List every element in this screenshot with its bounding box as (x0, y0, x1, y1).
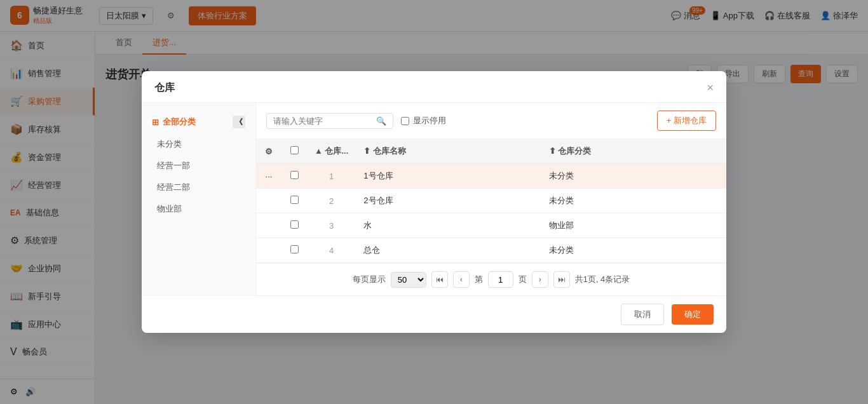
dialog-close-button[interactable]: × (707, 81, 714, 95)
dialog-overlay: 仓库 × ⊞ 全部分类 《 未分类 经营一部 (0, 0, 868, 404)
dialog-body: ⊞ 全部分类 《 未分类 经营一部 经营二部 物业部 (142, 103, 726, 295)
row-category-1: 未分类 (541, 189, 726, 213)
table-row[interactable]: 3 水 物业部 (256, 213, 726, 238)
search-input[interactable] (273, 116, 372, 126)
row-check-0[interactable] (281, 164, 307, 189)
dialog-footer: 取消 确定 (142, 295, 726, 333)
row-num-3: 4 (307, 238, 356, 263)
category-item-ops2[interactable]: 经营二部 (142, 177, 255, 198)
row-checkbox-1[interactable] (290, 196, 299, 204)
per-page-select[interactable]: 50 100 200 (391, 272, 426, 288)
row-check-3[interactable] (281, 238, 307, 263)
row-checkbox-0[interactable] (290, 171, 299, 179)
row-name-3: 总仓 (356, 238, 541, 263)
table-row[interactable]: 4 总仓 未分类 (256, 238, 726, 263)
dialog-header: 仓库 × (142, 71, 726, 103)
confirm-button[interactable]: 确定 (672, 304, 714, 325)
show-disabled-checkbox[interactable] (401, 117, 409, 125)
page-suffix: 页 (519, 274, 527, 285)
page-prefix: 第 (475, 274, 483, 285)
per-page-label: 每页显示 (353, 274, 386, 285)
row-check-2[interactable] (281, 213, 307, 238)
col-header-category: ⬆ 仓库分类 (541, 139, 726, 164)
row-num-1: 2 (307, 189, 356, 213)
content-panel: 🔍 显示停用 + 新增仓库 ⚙ (256, 103, 726, 295)
panel-toolbar: 🔍 显示停用 + 新增仓库 (256, 103, 726, 139)
warehouse-table: ⚙ ▲ 仓库... ⬆ 仓库名称 (256, 139, 726, 263)
add-warehouse-button[interactable]: + 新增仓库 (657, 111, 716, 131)
row-gear-1 (256, 189, 281, 213)
row-category-2: 物业部 (541, 213, 726, 238)
table-row[interactable]: ··· 1 1号仓库 未分类 (256, 164, 726, 189)
row-name-2: 水 (356, 213, 541, 238)
pagination: 每页显示 50 100 200 ⏮ ‹ 第 页 › ⏭ 共1页, 4条记录 (256, 263, 726, 295)
row-num-2: 3 (307, 213, 356, 238)
category-item-ops1[interactable]: 经营一部 (142, 155, 255, 177)
row-category-3: 未分类 (541, 238, 726, 263)
show-disabled-label: 显示停用 (413, 115, 446, 126)
dialog-title: 仓库 (154, 81, 175, 95)
row-checkbox-3[interactable] (290, 245, 299, 253)
col-header-gear: ⚙ (256, 139, 281, 164)
category-item-property[interactable]: 物业部 (142, 198, 255, 220)
page-number-input[interactable] (488, 271, 513, 288)
row-name-1: 2号仓库 (356, 189, 541, 213)
search-box: 🔍 (266, 113, 393, 129)
category-panel: ⊞ 全部分类 《 未分类 经营一部 经营二部 物业部 (142, 103, 256, 295)
row-checkbox-2[interactable] (290, 220, 299, 229)
row-num-0: 1 (307, 164, 356, 189)
category-all-label: ⊞ 全部分类 (152, 116, 196, 128)
row-name-0: 1号仓库 (356, 164, 541, 189)
first-page-button[interactable]: ⏮ (431, 271, 448, 288)
collapse-button[interactable]: 《 (233, 116, 245, 128)
grid-icon: ⊞ (152, 118, 159, 127)
col-header-code: ▲ 仓库... (307, 139, 356, 164)
col-header-name: ⬆ 仓库名称 (356, 139, 541, 164)
prev-page-button[interactable]: ‹ (453, 271, 470, 288)
category-all-header[interactable]: ⊞ 全部分类 《 (142, 111, 255, 133)
search-icon[interactable]: 🔍 (376, 116, 386, 126)
row-gear-0: ··· (256, 164, 281, 189)
row-check-1[interactable] (281, 189, 307, 213)
col-header-check (281, 139, 307, 164)
row-gear-2 (256, 213, 281, 238)
next-page-button[interactable]: › (532, 271, 548, 288)
row-category-0: 未分类 (541, 164, 726, 189)
last-page-button[interactable]: ⏭ (553, 271, 570, 288)
total-info: 共1页, 4条记录 (575, 274, 630, 285)
cancel-button[interactable]: 取消 (621, 304, 664, 325)
row-gear-3 (256, 238, 281, 263)
select-all-checkbox[interactable] (290, 146, 299, 154)
warehouse-dialog: 仓库 × ⊞ 全部分类 《 未分类 经营一部 (142, 71, 726, 333)
category-item-unclassified[interactable]: 未分类 (142, 133, 255, 155)
table-row[interactable]: 2 2号仓库 未分类 (256, 189, 726, 213)
gear-col-icon: ⚙ (265, 147, 273, 156)
show-disabled-option: 显示停用 (401, 115, 446, 126)
